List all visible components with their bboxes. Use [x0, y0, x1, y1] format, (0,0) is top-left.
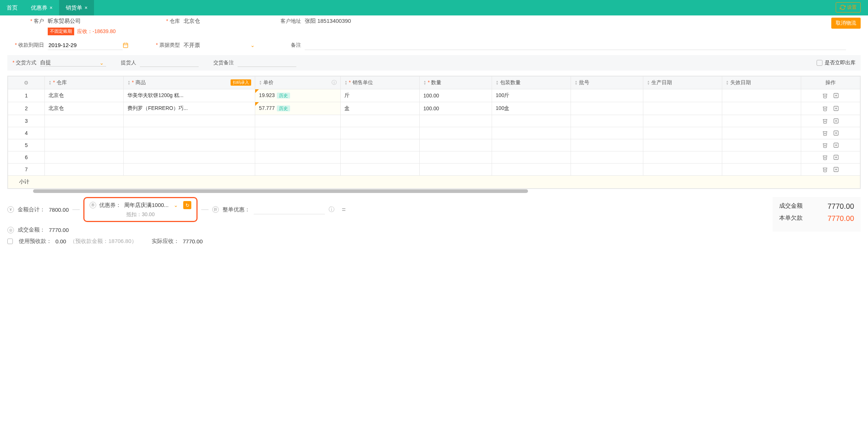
cell-batch[interactable]	[571, 151, 643, 164]
cell-unit[interactable]: 盒	[341, 102, 420, 115]
cell-prod-date[interactable]	[643, 139, 722, 151]
remark-input[interactable]	[305, 40, 846, 50]
cell-price[interactable]	[255, 164, 341, 176]
warehouse-value[interactable]: 北京仓	[184, 18, 200, 25]
cell-pack-qty[interactable]	[492, 139, 571, 151]
cell-pack-qty[interactable]: 100盒	[492, 102, 571, 115]
add-icon[interactable]	[833, 142, 839, 148]
cell-product[interactable]: 费列罗（FERRERO）巧...	[124, 102, 255, 115]
table-row[interactable]: 7	[8, 164, 860, 176]
delete-icon[interactable]	[822, 167, 828, 172]
col-price[interactable]: ▲▼单价ⓘ	[255, 76, 341, 89]
refresh-button[interactable]: ↻	[183, 201, 191, 209]
add-icon[interactable]	[833, 154, 839, 160]
cell-prod-date[interactable]	[643, 115, 722, 127]
delete-icon[interactable]	[822, 118, 828, 124]
delete-icon[interactable]	[822, 154, 828, 160]
cell-product[interactable]: 华美华夫软饼1200g 糕...	[124, 89, 255, 102]
cell-unit[interactable]	[341, 139, 420, 151]
cell-price[interactable]	[255, 139, 341, 151]
table-row[interactable]: 6	[8, 151, 860, 164]
cell-qty[interactable]	[420, 127, 492, 139]
cell-prod-date[interactable]	[643, 102, 722, 115]
cell-unit[interactable]: 斤	[341, 89, 420, 102]
cell-qty[interactable]	[420, 164, 492, 176]
cell-warehouse[interactable]	[45, 164, 124, 176]
cell-unit[interactable]	[341, 115, 420, 127]
cell-pack-qty[interactable]	[492, 115, 571, 127]
cell-prod-date[interactable]	[643, 127, 722, 139]
delete-icon[interactable]	[822, 105, 828, 111]
cell-prod-date[interactable]	[643, 151, 722, 164]
cell-qty[interactable]: 100.00	[420, 102, 492, 115]
horizontal-scrollbar[interactable]	[7, 189, 861, 193]
cell-product[interactable]	[124, 164, 255, 176]
table-row[interactable]: 3	[8, 115, 860, 127]
customer-addr-value[interactable]: 张阳 18513400390	[305, 18, 837, 25]
cell-product[interactable]	[124, 115, 255, 127]
cell-prod-date[interactable]	[643, 89, 722, 102]
table-row[interactable]: 2 北京仓 费列罗（FERRERO）巧... 57.777历史 盒 100.00…	[8, 102, 860, 115]
cell-warehouse[interactable]: 北京仓	[45, 89, 124, 102]
cell-batch[interactable]	[571, 115, 643, 127]
col-product[interactable]: ▲▼*商品扫码录入	[124, 76, 255, 89]
delivery-method-select[interactable]: 自提 ⌄	[40, 59, 106, 67]
cell-unit[interactable]	[341, 164, 420, 176]
chevron-down-icon[interactable]: ⌄	[248, 42, 257, 48]
cell-batch[interactable]	[571, 89, 643, 102]
col-gear[interactable]: ⚙	[8, 76, 45, 89]
cell-batch[interactable]	[571, 127, 643, 139]
col-pack-qty[interactable]: ▲▼包装数量	[492, 76, 571, 89]
immediate-out-checkbox[interactable]: 是否立即出库	[817, 60, 856, 66]
cell-expire-date[interactable]	[722, 89, 801, 102]
use-prepay-checkbox[interactable]	[7, 239, 13, 244]
cell-warehouse[interactable]	[45, 139, 124, 151]
table-row[interactable]: 4	[8, 127, 860, 139]
table-row[interactable]: 5	[8, 139, 860, 151]
add-icon[interactable]	[833, 105, 839, 111]
cell-price[interactable]	[255, 127, 341, 139]
cell-qty[interactable]	[420, 151, 492, 164]
cell-expire-date[interactable]	[722, 151, 801, 164]
cell-expire-date[interactable]	[722, 127, 801, 139]
table-row[interactable]: 1 北京仓 华美华夫软饼1200g 糕... 19.923历史 斤 100.00…	[8, 89, 860, 102]
due-date-input[interactable]	[48, 40, 123, 50]
add-icon[interactable]	[833, 118, 839, 124]
tab-sales-order[interactable]: 销货单×	[59, 0, 94, 15]
cell-unit[interactable]	[341, 127, 420, 139]
add-icon[interactable]	[833, 93, 839, 99]
cell-prod-date[interactable]	[643, 164, 722, 176]
history-badge[interactable]: 历史	[277, 105, 290, 111]
tab-home[interactable]: 首页	[0, 0, 24, 15]
cell-warehouse[interactable]	[45, 115, 124, 127]
history-badge[interactable]: 历史	[277, 93, 290, 99]
add-icon[interactable]	[833, 130, 839, 136]
picker-input[interactable]	[140, 59, 199, 67]
cell-batch[interactable]	[571, 102, 643, 115]
col-prod-date[interactable]: ▲▼生产日期	[643, 76, 722, 89]
cell-price[interactable]: 19.923历史	[255, 89, 341, 102]
add-icon[interactable]	[833, 167, 839, 172]
cell-product[interactable]	[124, 127, 255, 139]
chevron-down-icon[interactable]: ⌄	[171, 202, 180, 208]
col-expire-date[interactable]: ▲▼失效日期	[722, 76, 801, 89]
cell-warehouse[interactable]: 北京仓	[45, 102, 124, 115]
invoice-type-value[interactable]: 不开票	[184, 42, 248, 49]
cell-pack-qty[interactable]	[492, 151, 571, 164]
cell-expire-date[interactable]	[722, 164, 801, 176]
calendar-icon[interactable]	[123, 42, 129, 49]
cell-unit[interactable]	[341, 151, 420, 164]
cell-warehouse[interactable]	[45, 127, 124, 139]
cell-qty[interactable]	[420, 115, 492, 127]
delivery-remark-input[interactable]	[238, 59, 296, 67]
delete-icon[interactable]	[822, 142, 828, 148]
col-qty[interactable]: ▲▼*数量	[420, 76, 492, 89]
cell-expire-date[interactable]	[722, 115, 801, 127]
cell-pack-qty[interactable]	[492, 127, 571, 139]
cell-qty[interactable]	[420, 139, 492, 151]
cell-product[interactable]	[124, 151, 255, 164]
scan-badge[interactable]: 扫码录入	[231, 79, 251, 86]
cell-price[interactable]	[255, 151, 341, 164]
cancel-logistics-button[interactable]: 取消物流	[831, 18, 861, 29]
delete-icon[interactable]	[822, 130, 828, 136]
